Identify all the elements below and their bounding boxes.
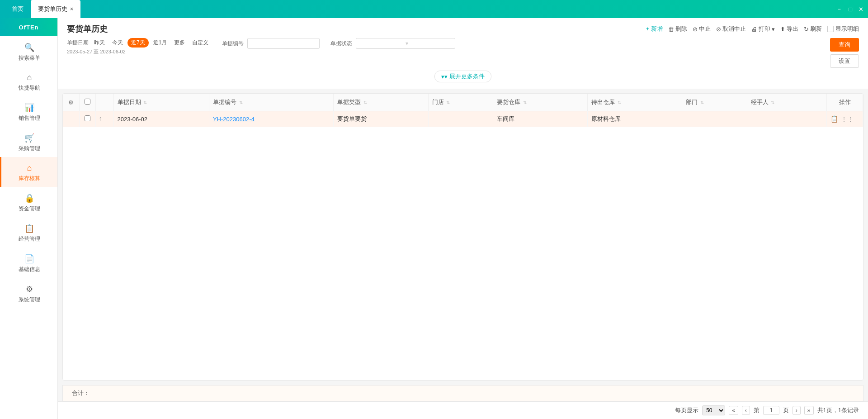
sidebar-item-operations-mgmt[interactable]: 📋 经营管理 [0,217,57,248]
query-button[interactable]: 查询 [830,38,859,52]
print-icon: 🖨 [751,26,757,33]
filter-date-range: 2023-05-27 至 2023-06-02 [67,48,211,55]
window-maximize[interactable]: □ [849,6,852,13]
stop-button[interactable]: ⊘ 中止 [693,25,711,33]
filter-custom-btn[interactable]: 自定义 [189,38,211,48]
col-req-warehouse-label: 要货仓库 [497,99,520,105]
tab-close-icon[interactable]: × [70,6,73,12]
main-layout: OfTEn 🔍 搜索菜单 ⌂ 快捷导航 📊 销售管理 🛒 采购管理 ⌂ 库存核算… [0,18,868,419]
col-req-warehouse[interactable]: 要货仓库 ⇅ [493,94,587,111]
sidebar-item-search-menu[interactable]: 🔍 搜索菜单 [0,36,57,67]
col-department[interactable]: 部门 ⇅ [682,94,747,111]
prev-page-button[interactable]: ‹ [742,406,750,415]
last-page-button[interactable]: » [804,406,814,415]
row-1-settings [63,111,79,127]
row-1-select-checkbox[interactable] [85,115,90,121]
row-1-handler [747,111,826,127]
new-btn-label: + 新增 [646,25,663,33]
row-1-doc-num-link[interactable]: YH-20230602-4 [213,116,255,123]
col-doc-num[interactable]: 单据编号 ⇅ [209,94,333,111]
page-title-row: 要货单历史 + 新增 🗑 删除 ⊘ 中止 ⊘ 取消中止 [67,24,859,34]
col-row-num [95,94,113,111]
expand-more-label: 展开更多条件 [449,72,485,81]
col-handler[interactable]: 经手人 ⇅ [747,94,826,111]
refresh-btn-label: 刷新 [810,25,822,33]
sidebar-item-quick-nav[interactable]: ⌂ 快捷导航 [0,67,57,96]
sidebar-item-inventory-calc[interactable]: ⌂ 库存核算 [0,157,57,187]
col-doc-num-label: 单据编号 [213,99,236,105]
page-input[interactable] [763,406,779,415]
export-button[interactable]: ⬆ 导出 [780,25,798,33]
filter-doc-num-group: 单据编号 [222,38,320,49]
print-button[interactable]: 🖨 打印 ▾ [751,25,775,33]
operations-mgmt-icon: 📋 [24,224,34,233]
refresh-button[interactable]: ↻ 刷新 [804,25,822,33]
col-pending-warehouse[interactable]: 待出仓库 ⇅ [588,94,682,111]
col-date[interactable]: 单据日期 ⇅ [113,94,209,111]
sidebar-item-purchase-mgmt[interactable]: 🛒 采购管理 [0,127,57,157]
search-menu-icon: 🔍 [24,43,34,52]
col-store[interactable]: 门店 ⇅ [428,94,493,111]
col-req-warehouse-sort-icon: ⇅ [523,100,527,105]
show-detail-checkbox[interactable] [827,26,834,32]
show-detail-button[interactable]: 显示明细 [827,25,859,33]
sidebar-item-basic-info[interactable]: 📄 基础信息 [0,248,57,278]
toolbar: + 新增 🗑 删除 ⊘ 中止 ⊘ 取消中止 🖨 [646,25,859,33]
row-1-num: 1 [95,111,113,127]
table-footer: 合计： [62,385,863,401]
row-1-edit-icon[interactable]: 📋 [830,115,838,123]
sidebar-item-sys-mgmt[interactable]: ⚙ 系统管理 [0,278,57,308]
cancel-stop-button[interactable]: ⊘ 取消中止 [716,25,746,33]
settings-button[interactable]: 设置 [830,54,859,68]
filter-doc-status-select[interactable]: ▾ [356,38,455,49]
inventory-calc-icon: ⌂ [27,163,32,173]
data-table: ⚙ 单据日期 ⇅ 单据编号 ⇅ [63,94,863,127]
content-area: 要货单历史 + 新增 🗑 删除 ⊘ 中止 ⊘ 取消中止 [58,18,868,419]
page-title: 要货单历史 [67,24,108,34]
col-ops: 操作 [827,94,863,111]
row-1-department [682,111,747,127]
export-btn-label: 导出 [787,25,798,33]
pagination-bar: 每页显示 10 20 50 100 « ‹ 第 页 › » 共1页，1条记录 [58,401,868,419]
sidebar-logo: OfTEn [0,18,57,36]
table-area: ⚙ 单据日期 ⇅ 单据编号 ⇅ [62,93,863,381]
window-minimize[interactable]: － [836,5,842,13]
filter-last1month-btn[interactable]: 近1月 [151,38,170,48]
col-settings[interactable]: ⚙ [63,94,79,111]
page-input-label: 第 [754,406,760,414]
sidebar: OfTEn 🔍 搜索菜单 ⌂ 快捷导航 📊 销售管理 🛒 采购管理 ⌂ 库存核算… [0,18,58,419]
col-store-label: 门店 [432,99,444,105]
filter-top-row: 单据日期 昨天 今天 近7天 近1月 更多 自定义 2023-05-27 至 2… [67,38,859,68]
sidebar-item-inventory-calc-label: 库存核算 [19,175,40,182]
filter-date-buttons: 昨天 今天 近7天 近1月 更多 自定义 [91,38,211,48]
new-button[interactable]: + 新增 [646,25,663,33]
tab-requisition-history[interactable]: 要货单历史 × [31,0,80,18]
page-size-select[interactable]: 10 20 50 100 [702,405,725,415]
bottom-section: 合计： 每页显示 10 20 50 100 « ‹ 第 页 › » 共1页，1条… [58,385,868,419]
row-1-checkbox [79,111,95,127]
finance-mgmt-icon: 🔒 [24,193,34,203]
delete-button[interactable]: 🗑 删除 [668,25,687,33]
first-page-button[interactable]: « [729,406,738,415]
row-1-date: 2023-06-02 [113,111,209,127]
table-header: ⚙ 单据日期 ⇅ 单据编号 ⇅ [63,94,863,111]
tab-home[interactable]: 首页 [5,0,31,18]
select-all-checkbox[interactable] [85,99,90,105]
col-doc-type[interactable]: 单据类型 ⇅ [334,94,428,111]
sidebar-item-sales-mgmt-label: 销售管理 [19,114,40,122]
filter-today-btn[interactable]: 今天 [109,38,126,48]
sidebar-item-finance-mgmt[interactable]: 🔒 资金管理 [0,187,57,217]
sidebar-item-search-menu-label: 搜索菜单 [19,54,40,62]
window-close[interactable]: ✕ [859,6,863,13]
row-1-more-icon[interactable]: ⋮⋮ [841,115,854,123]
filter-yesterday-btn[interactable]: 昨天 [91,38,108,48]
next-page-button[interactable]: › [793,406,801,415]
sidebar-item-sales-mgmt[interactable]: 📊 销售管理 [0,96,57,127]
filter-doc-num-input[interactable] [247,38,320,49]
col-ops-label: 操作 [839,99,851,105]
col-date-sort-icon: ⇅ [143,100,147,105]
filter-last7days-btn[interactable]: 近7天 [127,38,149,48]
filter-section: 要货单历史 + 新增 🗑 删除 ⊘ 中止 ⊘ 取消中止 [58,18,868,89]
filter-more-btn[interactable]: 更多 [171,38,188,48]
expand-more-button[interactable]: ▾▾ 展开更多条件 [434,71,491,82]
